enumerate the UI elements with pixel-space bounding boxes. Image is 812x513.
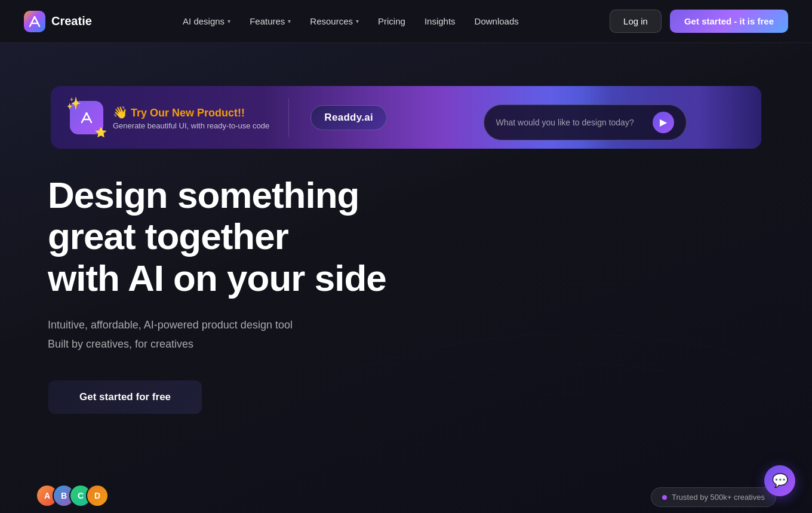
banner-badge-section: Readdy.ai: [289, 86, 408, 149]
chat-bubble-button[interactable]: 💬: [764, 465, 795, 496]
promo-banner[interactable]: ✨ ⭐ 👋 Try Our New Product!! Generate bea…: [51, 86, 761, 149]
nav-actions: Log in Get started - it is free: [610, 10, 788, 33]
hero-sub2: Built by creatives, for creatives: [48, 336, 454, 354]
main-content: ✨ ⭐ 👋 Try Our New Product!! Generate bea…: [0, 43, 812, 513]
banner-left-section: ✨ ⭐ 👋 Try Our New Product!! Generate bea…: [51, 86, 288, 149]
get-started-button[interactable]: Get started - it is free: [670, 10, 788, 33]
banner-preview: What would you like to design today? ▶: [408, 86, 761, 149]
avatar-4: D: [86, 484, 109, 507]
banner-logo: ✨ ⭐: [70, 101, 103, 134]
banner-text: 👋 Try Our New Product!! Generate beautif…: [113, 105, 269, 130]
banner-subtitle: Generate beautiful UI, with ready-to-use…: [113, 121, 269, 130]
brand-name: Creatie: [51, 14, 92, 28]
star-decoration: ⭐: [95, 127, 107, 138]
spark-icon: [662, 495, 667, 500]
nav-pricing[interactable]: Pricing: [370, 11, 414, 31]
nav-ai-designs[interactable]: AI designs ▾: [174, 11, 239, 31]
nav-features[interactable]: Features ▾: [241, 11, 299, 31]
banner-product-icon: [77, 108, 96, 127]
readdy-badge[interactable]: Readdy.ai: [310, 105, 387, 130]
hero-headline: Design something great together with AI …: [48, 174, 454, 299]
avatar-3: C: [69, 484, 92, 507]
chevron-down-icon: ▾: [288, 18, 291, 24]
hero-sub1: Intuitive, affordable, AI-powered produc…: [48, 317, 454, 334]
nav-downloads[interactable]: Downloads: [466, 11, 527, 31]
banner-search-bar[interactable]: What would you like to design today? ▶: [484, 105, 687, 140]
send-icon: ▶: [660, 116, 667, 128]
nav-links: AI designs ▾ Features ▾ Resources ▾ Pric…: [174, 11, 527, 31]
navbar: Creatie AI designs ▾ Features ▾ Resource…: [0, 0, 812, 43]
hero-section: Design something great together with AI …: [48, 174, 454, 414]
avatar-1: A: [36, 484, 59, 507]
chat-icon: 💬: [772, 473, 788, 489]
banner-preview-inner: What would you like to design today? ▶: [408, 86, 761, 149]
avatar-2: B: [53, 484, 75, 507]
svg-point-5: [454, 453, 693, 513]
svg-rect-0: [24, 11, 45, 32]
banner-title: 👋 Try Our New Product!!: [113, 105, 269, 119]
svg-point-4: [394, 423, 752, 513]
banner-send-button[interactable]: ▶: [653, 112, 674, 133]
trust-pill: Trusted by 500k+ creatives: [651, 487, 776, 507]
logo-icon: [24, 11, 45, 32]
nav-resources[interactable]: Resources ▾: [302, 11, 367, 31]
chevron-down-icon: ▾: [356, 18, 359, 24]
banner-star-icon: ✨: [66, 96, 81, 110]
brand-logo[interactable]: Creatie: [24, 11, 92, 32]
hero-subtext: Intuitive, affordable, AI-powered produc…: [48, 317, 454, 353]
hero-cta-button[interactable]: Get started for free: [48, 380, 202, 414]
login-button[interactable]: Log in: [610, 10, 662, 33]
nav-insights[interactable]: Insights: [416, 11, 464, 31]
avatar-group: A B C D: [36, 484, 109, 507]
bottom-teaser: A B C D Trusted by 500k+ creatives: [0, 465, 812, 513]
wave-emoji: 👋: [113, 106, 128, 119]
chevron-down-icon: ▾: [227, 18, 230, 24]
